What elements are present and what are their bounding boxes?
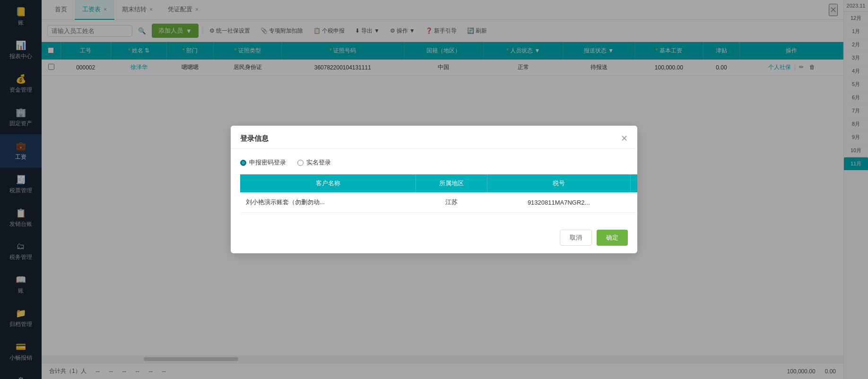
- dialog-body: 申报密码登录 实名登录 客户名称 所属地区 税号 个税密码: [231, 149, 637, 222]
- dialog-col-tax-no: 税号: [487, 174, 630, 192]
- dialog-footer: 取消 确定: [231, 222, 637, 253]
- radio-password-input[interactable]: [240, 160, 246, 166]
- dialog-overlay: 登录信息 ✕ 申报密码登录 实名登录 客户名称 所属地区: [0, 0, 868, 379]
- radio-realname-input[interactable]: [297, 160, 304, 166]
- radio-realname-label: 实名登录: [306, 158, 331, 167]
- dialog-row-tax-no: 91320811MA7NGR2...: [487, 192, 630, 213]
- dialog-col-region: 所属地区: [416, 174, 487, 192]
- confirm-button[interactable]: 确定: [597, 230, 628, 246]
- tax-password-input[interactable]: [636, 199, 637, 206]
- dialog-col-password: 个税密码: [630, 174, 637, 192]
- dialog-row-region: 江苏: [416, 192, 487, 213]
- cancel-button[interactable]: 取消: [560, 230, 592, 246]
- dialog-table-row: 刘小艳演示账套（勿删勿动... 江苏 91320811MA7NGR2...: [240, 192, 637, 213]
- dialog-row-name: 刘小艳演示账套（勿删勿动...: [240, 192, 416, 213]
- login-dialog: 登录信息 ✕ 申报密码登录 实名登录 客户名称 所属地区: [231, 126, 637, 253]
- dialog-close-button[interactable]: ✕: [621, 133, 628, 144]
- radio-password-label: 申报密码登录: [249, 158, 286, 167]
- login-type-radio-group: 申报密码登录 实名登录: [240, 158, 628, 167]
- dialog-header: 登录信息 ✕: [231, 126, 637, 149]
- radio-realname-login[interactable]: 实名登录: [297, 158, 331, 167]
- dialog-data-table: 客户名称 所属地区 税号 个税密码 刘小艳演示账套（勿删勿动... 江苏 913…: [240, 174, 637, 213]
- dialog-col-name: 客户名称: [240, 174, 416, 192]
- dialog-title: 登录信息: [240, 134, 269, 143]
- dialog-row-password-cell: [630, 192, 637, 213]
- radio-password-login[interactable]: 申报密码登录: [240, 158, 286, 167]
